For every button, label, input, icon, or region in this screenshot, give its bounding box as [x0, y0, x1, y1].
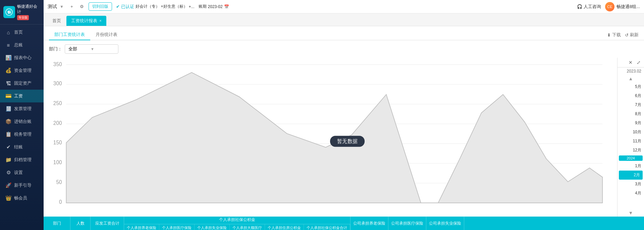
col-company-pension: 公司承担养老保险: [351, 217, 388, 230]
sidebar-item-ledger[interactable]: ≡ 总账: [0, 39, 44, 51]
calendar-icon[interactable]: 📅: [224, 4, 229, 9]
month-item-12[interactable]: 12月: [618, 146, 644, 155]
vip-icon: 👑: [5, 195, 11, 201]
sidebar-item-funds[interactable]: 💰 资金管理: [0, 64, 44, 77]
month-item-1[interactable]: 1月: [618, 162, 644, 171]
side-panel-header: ✕ ⤢: [618, 58, 644, 67]
col-group-personal: 个人承担社保公积金 个人承担养老保险 个人承担医疗保险 个人承担失业保险 个人承…: [124, 217, 351, 230]
sub-tab-monthly-label: 月份统计表: [96, 32, 117, 37]
month-item-9[interactable]: 9月: [618, 119, 644, 128]
svg-text:200: 200: [53, 120, 62, 126]
dropdown-arrow[interactable]: ▼: [60, 4, 64, 9]
sub-tab-dept[interactable]: 部门工资统计表: [49, 30, 90, 40]
close-side-panel-button[interactable]: ✕: [627, 59, 634, 66]
sidebar-item-archive[interactable]: 📁 归档管理: [0, 153, 44, 166]
month-item-8[interactable]: 8月: [618, 109, 644, 119]
tax-icon: 📋: [5, 131, 11, 137]
col-personal-total: 个人承担社保公积金合计: [304, 224, 350, 230]
user-menu[interactable]: CE 畅捷通8组...: [605, 2, 640, 11]
year-badge-2024[interactable]: 2024: [619, 155, 643, 161]
sidebar-label-invoice: 发票管理: [14, 106, 32, 112]
sidebar: 畅 畅捷通好会计 专业版 ⌂ 首页 ≡ 总账 📊 报表中心 💰 资金管理 🏗 固…: [0, 0, 44, 230]
month-item-10[interactable]: 10月: [618, 128, 644, 137]
month-item-4[interactable]: 4月: [618, 189, 644, 198]
service-button[interactable]: 🎧 人工咨询: [577, 4, 601, 10]
company-title: 测试: [48, 4, 57, 10]
certified-label: 已认证: [121, 4, 134, 9]
sidebar-item-tax[interactable]: 📋 税务管理: [0, 128, 44, 141]
refresh-button[interactable]: ↺ 刷新: [625, 32, 639, 38]
tab-salary-report-label: 工资统计报表: [71, 18, 97, 24]
sub-tab-monthly[interactable]: 月份统计表: [90, 30, 123, 40]
svg-text:300: 300: [53, 81, 62, 86]
app-logo-icon: 畅: [3, 6, 15, 18]
month-item-3[interactable]: 3月: [618, 180, 644, 189]
settle-icon: ✔: [5, 144, 11, 150]
sidebar-label-archive: 归档管理: [14, 157, 32, 163]
tab-close-icon[interactable]: ×: [99, 18, 102, 23]
sidebar-item-purchase[interactable]: 📦 进销台账: [0, 115, 44, 128]
col-total-salary: 应发工资合计: [91, 217, 124, 230]
year-label: 2023.02: [618, 67, 644, 75]
sidebar-item-reports[interactable]: 📊 报表中心: [0, 51, 44, 64]
download-button[interactable]: ⬇ 下载: [607, 32, 621, 38]
dept-select[interactable]: 全部 ▼: [65, 44, 118, 54]
sidebar-item-invoice[interactable]: 🧾 发票管理: [0, 102, 44, 115]
sidebar-label-settings: 设置: [14, 170, 23, 176]
service-label: 人工咨询: [584, 4, 601, 10]
scroll-up-button[interactable]: ▲: [618, 75, 644, 82]
sub-tab-dept-label: 部门工资统计表: [54, 32, 85, 37]
month-list: 5月 6月 7月 8月 9月 10月 11月 12月 2024 1月 2月 3月…: [618, 82, 644, 209]
col-count: 人数: [70, 217, 91, 230]
main-area: 测试 ▼ + ⚙ 切到旧版 ✔ 已认证 好会计（专） +好生意（标） +... …: [44, 0, 644, 230]
refresh-icon: ↺: [625, 33, 629, 38]
add-button[interactable]: +: [68, 3, 76, 11]
col-dept: 部门: [44, 217, 70, 230]
sidebar-label-reports: 报表中心: [14, 55, 32, 61]
reports-icon: 📊: [5, 55, 11, 61]
funds-icon: 💰: [5, 67, 11, 74]
sidebar-item-settings[interactable]: ⚙ 设置: [0, 166, 44, 179]
side-panel: ✕ ⤢ 2023.02 ▲ 5月 6月 7月 8月 9月 10月 11月 12月…: [617, 58, 644, 217]
switch-version-button[interactable]: 切到旧版: [89, 2, 112, 11]
certified-tag: ✔ 已认证: [116, 4, 134, 10]
svg-text:0: 0: [59, 199, 62, 205]
settings-header-button[interactable]: ⚙: [78, 3, 86, 11]
tag-good-accounting: 好会计（专）: [136, 4, 160, 9]
svg-text:50: 50: [56, 179, 62, 185]
col-personal-housing-fund: 个人承担住房公积金: [265, 224, 304, 230]
table-footer: 部门 人数 应发工资合计 个人承担社保公积金 个人承担养老保险 个人承担医疗保险…: [44, 217, 644, 230]
tab-home[interactable]: 首页: [48, 16, 66, 26]
header-period: 账期 2023-02 📅: [199, 4, 229, 9]
svg-text:250: 250: [53, 100, 62, 106]
sidebar-item-home[interactable]: ⌂ 首页: [0, 26, 44, 39]
group-personal-cells: 个人承担养老保险 个人承担医疗保险 个人承担失业保险 个人承担大额医疗 个人承担…: [124, 224, 350, 230]
header-right: 🎧 人工咨询 CE 畅捷通8组...: [577, 2, 640, 11]
sidebar-item-salary[interactable]: 💳 工资: [0, 90, 44, 102]
month-item-11[interactable]: 11月: [618, 137, 644, 146]
scroll-down-button[interactable]: ▼: [618, 209, 644, 217]
month-item-2-active[interactable]: 2月: [619, 171, 643, 180]
month-item-5[interactable]: 5月: [618, 82, 644, 91]
month-item-6[interactable]: 6月: [618, 91, 644, 100]
month-item-7[interactable]: 7月: [618, 100, 644, 109]
sidebar-label-vip: 畅会员: [14, 195, 27, 201]
sidebar-label-assets: 固定资产: [14, 80, 32, 86]
sidebar-item-vip[interactable]: 👑 畅会员: [0, 192, 44, 204]
sidebar-item-settle[interactable]: ✔ 结账: [0, 141, 44, 153]
tag-more: +...: [189, 4, 195, 9]
col-personal-major-medical: 个人承担大额医疗: [230, 224, 265, 230]
col-personal-unemployment: 个人承担失业保险: [195, 224, 230, 230]
period-value: 2023-02: [208, 4, 223, 9]
chart-side-wrapper: 350 300 250 200 150 100 50 0: [44, 58, 644, 217]
sidebar-item-assets[interactable]: 🏗 固定资产: [0, 77, 44, 90]
assets-icon: 🏗: [5, 81, 11, 86]
tab-salary-report[interactable]: 工资统计报表 ×: [66, 16, 106, 26]
salary-icon: 💳: [5, 93, 11, 99]
purchase-icon: 📦: [5, 119, 11, 125]
invoice-icon: 🧾: [5, 106, 11, 112]
expand-side-panel-button[interactable]: ⤢: [635, 59, 642, 66]
sidebar-label-ledger: 总账: [14, 42, 23, 48]
sidebar-item-newguide[interactable]: 🚀 新手引导: [0, 179, 44, 192]
chart-container: 350 300 250 200 150 100 50 0: [44, 58, 616, 217]
